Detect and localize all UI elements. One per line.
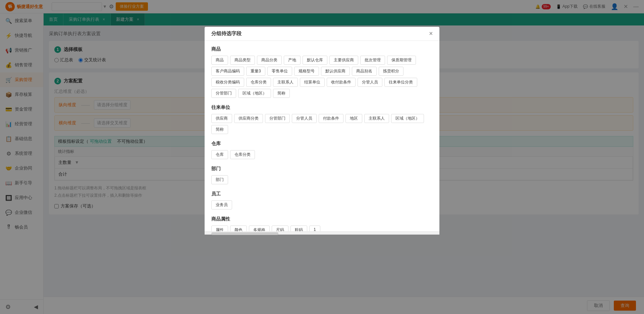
modal-section-title-0: 商品 (211, 46, 433, 52)
field-tag-1-0[interactable]: 供应商 (211, 114, 232, 123)
modal-section-title-2: 仓库 (211, 141, 433, 147)
field-tag-0-10[interactable]: 零售单位 (267, 67, 292, 76)
modal: 分组待选字段 × 商品商品商品类型商品分类产地默认仓库主要供应商批次管理保质期管… (205, 27, 439, 235)
field-tag-1-7[interactable]: 区域（地区） (391, 114, 424, 123)
field-tag-1-2[interactable]: 分管部门 (265, 114, 290, 123)
field-tag-5-5[interactable]: 1 (309, 226, 320, 231)
modal-section-title-3: 部门 (211, 166, 433, 172)
field-tag-0-24[interactable]: 简称 (273, 89, 290, 98)
field-tag-0-7[interactable]: 保质期管理 (387, 56, 416, 65)
modal-header: 分组待选字段 × (205, 27, 439, 41)
modal-hscroll-thumb[interactable] (211, 232, 278, 235)
modal-section-title-5: 商品属性 (211, 216, 433, 222)
field-tag-3-0[interactable]: 部门 (211, 175, 228, 184)
modal-horizontal-scrollbar[interactable] (205, 231, 439, 235)
field-tag-0-14[interactable]: 拣货积分 (379, 67, 404, 76)
field-tag-0-13[interactable]: 商品别名 (352, 67, 377, 76)
modal-section-tags-3: 部门 (211, 175, 433, 184)
field-tag-0-1[interactable]: 商品类型 (230, 56, 255, 65)
modal-overlay: 分组待选字段 × 商品商品商品类型商品分类产地默认仓库主要供应商批次管理保质期管… (0, 0, 644, 314)
field-tag-0-5[interactable]: 主要供应商 (329, 56, 358, 65)
field-tag-1-3[interactable]: 分管人员 (292, 114, 317, 123)
field-tag-1-1[interactable]: 供应商分类 (234, 114, 263, 123)
modal-section-5: 商品属性属性颜色多规格尺码鞋码1 (211, 216, 433, 231)
field-tag-1-4[interactable]: 付款条件 (319, 114, 343, 123)
field-tag-0-18[interactable]: 结算单位 (300, 78, 325, 87)
modal-title: 分组待选字段 (211, 30, 241, 37)
field-tag-5-0[interactable]: 属性 (211, 226, 228, 231)
modal-section-4: 员工业务员 (211, 191, 433, 209)
field-tag-0-3[interactable]: 产地 (284, 56, 301, 65)
modal-section-2: 仓库仓库仓库分类 (211, 141, 433, 159)
field-tag-0-4[interactable]: 默认仓库 (303, 56, 327, 65)
modal-section-3: 部门部门 (211, 166, 433, 184)
modal-section-tags-2: 仓库仓库分类 (211, 150, 433, 159)
field-tag-0-6[interactable]: 批次管理 (360, 56, 385, 65)
modal-section-1: 往来单位供应商供应商分类分管部门分管人员付款条件地区主联系人区域（地区）简称 (211, 105, 433, 134)
modal-section-tags-5: 属性颜色多规格尺码鞋码1 (211, 226, 433, 231)
field-tag-0-9[interactable]: 重量3 (246, 67, 265, 76)
modal-section-tags-0: 商品商品类型商品分类产地默认仓库主要供应商批次管理保质期管理客户商品编码重量3零… (211, 56, 433, 98)
field-tag-0-23[interactable]: 区域（地区） (238, 89, 271, 98)
field-tag-0-20[interactable]: 分管人员 (358, 78, 382, 87)
field-tag-0-12[interactable]: 默认供应商 (321, 67, 350, 76)
field-tag-0-19[interactable]: 收付款条件 (327, 78, 356, 87)
field-tag-0-15[interactable]: 税收分类编码 (211, 78, 244, 87)
modal-close-icon[interactable]: × (429, 30, 433, 37)
field-tag-4-0[interactable]: 业务员 (211, 200, 232, 209)
field-tag-5-1[interactable]: 颜色 (230, 226, 247, 231)
field-tag-5-4[interactable]: 鞋码 (290, 226, 307, 231)
modal-section-title-4: 员工 (211, 191, 433, 197)
field-tag-2-0[interactable]: 仓库 (211, 150, 228, 159)
modal-section-0: 商品商品商品类型商品分类产地默认仓库主要供应商批次管理保质期管理客户商品编码重量… (211, 46, 433, 98)
modal-section-title-1: 往来单位 (211, 105, 433, 111)
field-tag-0-11[interactable]: 规格型号 (294, 67, 319, 76)
field-tag-1-8[interactable]: 简称 (211, 125, 228, 134)
field-tag-0-22[interactable]: 分管部门 (211, 89, 236, 98)
field-tag-0-16[interactable]: 仓库分类 (246, 78, 271, 87)
field-tag-1-6[interactable]: 主联系人 (364, 114, 389, 123)
field-tag-2-1[interactable]: 仓库分类 (230, 150, 255, 159)
field-tag-5-3[interactable]: 尺码 (272, 226, 288, 231)
modal-section-tags-4: 业务员 (211, 200, 433, 209)
field-tag-0-21[interactable]: 往来单位分类 (384, 78, 417, 87)
field-tag-0-17[interactable]: 主联系人 (273, 78, 298, 87)
modal-section-tags-1: 供应商供应商分类分管部门分管人员付款条件地区主联系人区域（地区）简称 (211, 114, 433, 134)
field-tag-5-2[interactable]: 多规格 (249, 226, 270, 231)
modal-body: 商品商品商品类型商品分类产地默认仓库主要供应商批次管理保质期管理客户商品编码重量… (205, 41, 439, 231)
field-tag-0-8[interactable]: 客户商品编码 (211, 67, 244, 76)
field-tag-0-2[interactable]: 商品分类 (257, 56, 282, 65)
field-tag-0-0[interactable]: 商品 (211, 56, 228, 65)
field-tag-1-5[interactable]: 地区 (345, 114, 362, 123)
